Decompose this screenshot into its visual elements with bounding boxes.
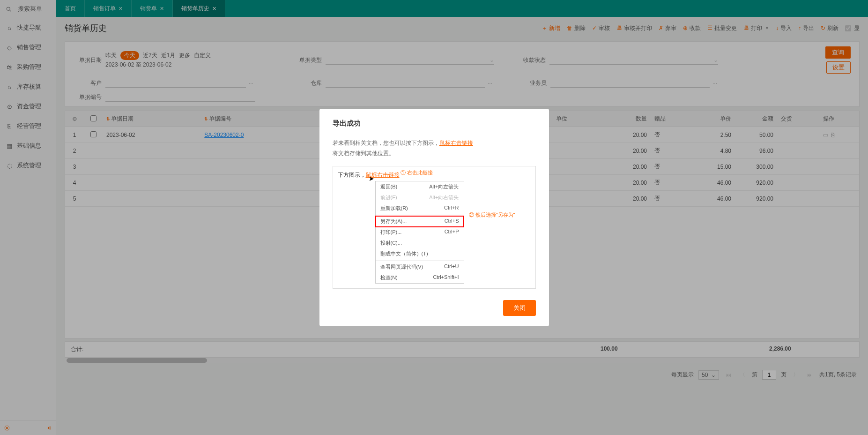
close-button[interactable]: 关闭 (503, 300, 536, 316)
ctx-item: 投射(C)... (376, 238, 464, 248)
ctx-item: 检查(N)Ctrl+Shift+I (376, 272, 464, 283)
modal-overlay: 导出成功 若未看到相关文档，您也可以按下方图示，鼠标右击链接 将文档存储到其他位… (0, 0, 868, 435)
ctx-item: 打印(P)...Ctrl+P (376, 227, 464, 238)
ctx-item: 查看网页源代码(V)Ctrl+U (376, 262, 464, 272)
ctx-item: 返回(B)Alt+向左箭头 (376, 181, 464, 192)
ctx-item: 前进(F)Alt+向右箭头 (376, 192, 464, 203)
modal-title: 导出成功 (333, 119, 536, 128)
annotation-2: ② 然后选择"另存为" (469, 211, 515, 218)
modal-text: 若未看到相关文档，您也可以按下方图示，鼠标右击链接 将文档存储到其他位置。 (333, 138, 536, 158)
instruction-illustration: 下方图示，鼠标右击链接 ① 右击此链接 ➤ ② 然后选择"另存为" 返回(B)A… (333, 166, 536, 289)
right-click-link-text[interactable]: 鼠标右击链接 (439, 140, 473, 146)
cursor-icon: ➤ (369, 175, 374, 182)
ctx-item: 重新加载(R)Ctrl+R (376, 203, 464, 214)
export-success-modal: 导出成功 若未看到相关文档，您也可以按下方图示，鼠标右击链接 将文档存储到其他位… (319, 109, 549, 326)
annotation-1: ① 右击此链接 (401, 169, 433, 176)
ctx-item: 另存为(A)...Ctrl+S (376, 216, 464, 227)
ctx-item: 翻成中文（简体）(T) (376, 248, 464, 259)
context-menu-illustration: ② 然后选择"另存为" 返回(B)Alt+向左箭头前进(F)Alt+向右箭头重新… (375, 181, 464, 284)
